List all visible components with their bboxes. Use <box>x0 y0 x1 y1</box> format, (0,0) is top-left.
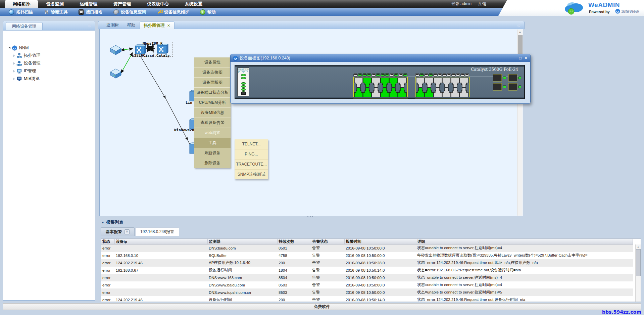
tool-button-拓扑扫描[interactable]: 拓扑扫描 <box>3 8 38 16</box>
tree-collapse-arrow-icon[interactable] <box>13 54 15 57</box>
scroll-up-arrow-icon[interactable]: ▲ <box>636 244 641 249</box>
alarm-cell: 2016-09-08 10:50:28.0 <box>344 259 416 267</box>
tool-button-接口排名[interactable]: 接口排名 <box>73 8 108 16</box>
submenu-item-PING...[interactable]: PING... <box>235 149 268 159</box>
workspace-header: 监测树帮助拓扑图管理✕ ⚙ <box>98 21 525 29</box>
tree-node-拓扑管理[interactable]: 拓扑管理 <box>3 52 95 59</box>
alarm-row[interactable]: error192.168.0.10SQLBuffer4758告警2016-09-… <box>101 252 633 259</box>
menu-item-网络拓扑[interactable]: 网络拓扑 <box>5 0 38 8</box>
column-header-报警时间[interactable]: 报警时间 <box>344 239 416 244</box>
context-menu-item-查看设备告警[interactable]: 查看设备告警 <box>194 118 231 128</box>
alarm-table-container: 状态设备ip监测器持续次数告警状态报警时间详细errorDNS:baidu.co… <box>101 238 641 302</box>
collapse-arrow-icon[interactable]: ▼ <box>101 221 104 224</box>
column-header-告警状态[interactable]: 告警状态 <box>311 239 344 244</box>
alarm-tab-192.168.0.248报警[interactable]: 192.168.0.248报警 <box>135 227 179 236</box>
tree-node-label: 设备管理 <box>24 60 41 66</box>
tab-监测树[interactable]: 监测树 <box>102 21 123 29</box>
context-menu-item-删除设备[interactable]: 删除设备 <box>194 158 231 168</box>
alarm-cell: 状态=unable to connect to server,往返时间(ms)=… <box>416 289 633 296</box>
alarm-row[interactable]: error124.202.219.46设备运行时间200告警2016-09-08… <box>101 296 633 302</box>
alarm-scrollbar[interactable]: ▲ <box>635 244 641 302</box>
tree-expand-arrow-icon[interactable] <box>8 47 10 49</box>
globe-icon <box>9 9 14 15</box>
tab-close-icon[interactable]: ✕ <box>167 21 170 30</box>
tree-node-IP管理[interactable]: IP管理 <box>3 67 95 75</box>
tree-collapse-arrow-icon[interactable] <box>13 70 15 73</box>
tool-button-诊断工具[interactable]: 诊断工具 <box>38 8 73 16</box>
alarm-tab-基本报警[interactable]: 基本报警✕ <box>101 227 135 236</box>
tree-node-MIB浏览[interactable]: MIB浏览 <box>3 75 95 83</box>
submenu-item-TRACETOUTE...[interactable]: TRACETOUTE... <box>235 159 268 169</box>
menu-item-系统设置[interactable]: 系统设置 <box>177 0 210 8</box>
column-header-持续次数[interactable]: 持续次数 <box>277 239 311 244</box>
submenu-item-TELNET...[interactable]: TELNET... <box>235 139 268 149</box>
context-menu-item-设备属性[interactable]: 设备属性 <box>194 57 231 67</box>
device-panel-dialog: 设备面板图(192.168.0.248) □ ✕ CISCO SYSTEMS C… <box>230 54 531 104</box>
tree-collapse-arrow-icon[interactable] <box>13 62 15 65</box>
nnm-globe-icon <box>12 45 17 51</box>
splitter-handle[interactable] <box>305 216 315 218</box>
context-menu-item-设备MIB信息[interactable]: 设备MIB信息 <box>194 107 231 118</box>
status-led <box>241 74 246 76</box>
alarm-row[interactable]: error192.168.0.67设备运行时间1804告警2016-09-08 … <box>101 267 633 274</box>
device-tree: NNM拓扑管理设备管理IP管理MIB浏览 <box>3 31 95 83</box>
context-menu-item-CPU/MEM分析[interactable]: CPU/MEM分析 <box>194 97 231 107</box>
menu-item-设备监测[interactable]: 设备监测 <box>38 0 72 8</box>
alarm-row[interactable]: errorDNS:www.163.com8504告警2016-09-08 10:… <box>101 274 633 281</box>
submenu-item-SNMP连接测试[interactable]: SNMP连接测试 <box>235 169 268 179</box>
mode-button[interactable] <box>241 92 246 95</box>
close-icon[interactable]: ✕ <box>524 55 528 61</box>
port-group-1[interactable] <box>353 73 409 100</box>
context-menu-item-工具[interactable]: 工具 <box>194 138 231 148</box>
menu-item-仪表板中心[interactable]: 仪表板中心 <box>139 0 177 8</box>
menu-item-资产管理[interactable]: 资产管理 <box>105 0 139 8</box>
switch-front-panel: CISCO SYSTEMS Catalyst 3560G PoE-24 <box>235 65 525 99</box>
context-menu-item-设备面板图[interactable]: 设备面板图 <box>194 77 231 87</box>
menu-item-运维管理[interactable]: 运维管理 <box>72 0 105 8</box>
context-menu-item-设备端口状态分析[interactable]: 设备端口状态分析 <box>194 87 231 97</box>
tree-node-root[interactable]: NNM <box>3 44 95 52</box>
alarm-row[interactable]: errorDNS:baidu.com8501告警2016-09-08 10:50… <box>101 244 633 252</box>
alarm-cell: 2016-09-08 10:50:00.0 <box>344 281 416 289</box>
port-group-2[interactable] <box>415 73 471 100</box>
column-header-详细[interactable]: 详细 <box>416 239 633 244</box>
left-panel-title-tab[interactable]: 网络设备管理 <box>6 22 43 30</box>
alarm-cell: 状态=unable to connect to server,往返时间(ms)=… <box>416 244 633 252</box>
alarm-header[interactable]: ▼ 报警列表 <box>98 218 642 225</box>
alarm-row[interactable]: errorDNS:www.baidu.com8503告警2016-09-08 1… <box>101 281 633 289</box>
workstation-cube-icon[interactable] <box>110 45 122 55</box>
column-header-状态[interactable]: 状态 <box>101 239 114 244</box>
context-menu-item-设备连接图[interactable]: 设备连接图 <box>194 67 231 77</box>
alarm-cell: 2016-09-08 10:50:00.0 <box>344 289 416 296</box>
tool-button-设备信息维护[interactable]: 设备信息维护 <box>151 8 195 16</box>
column-header-监测器[interactable]: 监测器 <box>207 239 277 244</box>
tree-collapse-arrow-icon[interactable] <box>13 78 15 80</box>
switch-label: s3526Cisco Cataly <box>132 53 170 58</box>
tool-button-设备信息查询[interactable]: 设备信息查询 <box>108 8 151 16</box>
logout-link[interactable]: 注销 <box>478 0 486 8</box>
alarm-cell: 告警 <box>311 267 344 274</box>
context-menu-item-刷新设备[interactable]: 刷新设备 <box>194 148 231 158</box>
alarm-row[interactable]: errorDNS:www.topzhi.com.cn8503告警2016-09-… <box>101 289 633 296</box>
tab-close-icon[interactable]: ✕ <box>125 229 130 234</box>
tool-button-帮助[interactable]: 帮助 <box>195 8 221 16</box>
tab-label: 监测树 <box>106 21 119 29</box>
tab-帮助[interactable]: 帮助 <box>123 21 140 29</box>
scroll-up-arrow-icon[interactable]: ▲ <box>517 30 523 35</box>
column-header-设备ip[interactable]: 设备ip <box>114 239 207 244</box>
dialog-titlebar[interactable]: 设备面板图(192.168.0.248) □ ✕ <box>231 54 530 62</box>
scrollbar-thumb[interactable] <box>636 249 641 276</box>
alarm-cell: DNS:www.baidu.com <box>207 281 277 289</box>
workstation-cube-icon[interactable] <box>110 68 122 79</box>
alarm-row[interactable]: error124.202.219.46AP连接用户数:10.1.6.40200告… <box>101 259 633 267</box>
context-menu-item-web浏览[interactable]: web浏览 <box>194 128 231 138</box>
tab-拓扑图管理[interactable]: 拓扑图管理✕ <box>140 21 175 29</box>
sfp-port-block[interactable] <box>493 74 521 92</box>
site-link[interactable]: bbs.594zz.com <box>602 309 641 315</box>
tree-node-设备管理[interactable]: 设备管理 <box>3 59 95 67</box>
alarm-cell: 设备运行时间 <box>207 267 277 274</box>
status-led <box>241 85 246 88</box>
gear-icon[interactable]: ⚙ <box>516 23 521 28</box>
minimize-icon[interactable]: □ <box>519 55 522 61</box>
gear-icon[interactable]: ⚙ <box>87 23 92 28</box>
